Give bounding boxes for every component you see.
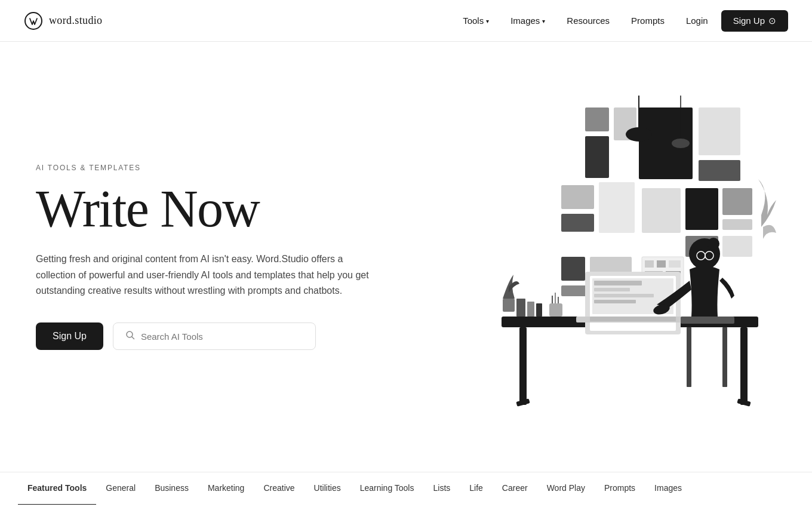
hero-illustration	[466, 96, 776, 418]
nav-tools[interactable]: Tools ▾	[454, 11, 497, 30]
hero-content: AI TOOLS & TEMPLATES Write Now Getting f…	[36, 164, 370, 351]
svg-rect-56	[740, 327, 748, 405]
search-icon	[125, 330, 135, 342]
svg-rect-36	[594, 288, 630, 291]
login-button[interactable]: Login	[678, 11, 716, 30]
svg-point-12	[672, 139, 690, 148]
category-item-general[interactable]: General	[96, 472, 145, 505]
svg-rect-37	[594, 294, 654, 297]
svg-rect-26	[645, 260, 654, 268]
category-item-utilities[interactable]: Utilities	[304, 472, 350, 505]
svg-rect-18	[722, 188, 752, 215]
svg-rect-48	[503, 299, 515, 312]
nav-prompts[interactable]: Prompts	[623, 11, 673, 30]
category-item-images[interactable]: Images	[645, 472, 691, 505]
hero-title: Write Now	[36, 184, 370, 234]
svg-rect-5	[699, 160, 740, 181]
svg-rect-60	[722, 327, 727, 387]
logo-icon	[24, 11, 43, 30]
category-bar: Featured ToolsGeneralBusinessMarketingCr…	[0, 472, 812, 505]
nav-signup-button[interactable]: Sign Up ⊙	[721, 10, 788, 32]
svg-rect-4	[699, 107, 740, 155]
svg-point-50	[708, 238, 719, 250]
category-item-business[interactable]: Business	[145, 472, 198, 505]
svg-rect-44	[549, 303, 562, 317]
signup-arrow-icon: ⊙	[768, 16, 776, 26]
svg-rect-61	[681, 317, 734, 324]
category-item-featured-tools[interactable]: Featured Tools	[18, 472, 96, 505]
category-item-word-play[interactable]: Word Play	[537, 472, 595, 505]
nav-resources[interactable]: Resources	[558, 11, 618, 30]
svg-rect-16	[642, 188, 681, 233]
hero-description: Getting fresh and original content from …	[36, 251, 370, 299]
svg-rect-19	[722, 219, 752, 230]
svg-rect-40	[590, 317, 676, 321]
svg-rect-43	[536, 303, 542, 317]
category-item-career[interactable]: Career	[493, 472, 537, 505]
category-item-learning-tools[interactable]: Learning Tools	[350, 472, 424, 505]
svg-rect-35	[594, 281, 642, 285]
logo-text: word.studio	[49, 14, 102, 27]
hero-svg	[466, 96, 776, 418]
svg-rect-15	[599, 182, 635, 233]
category-item-creative[interactable]: Creative	[254, 472, 304, 505]
navigation: word.studio Tools ▾ Images ▾ Resources P…	[0, 0, 812, 42]
svg-point-10	[626, 127, 652, 142]
svg-rect-42	[527, 302, 534, 317]
svg-rect-28	[669, 260, 681, 268]
hero-eyebrow: AI TOOLS & TEMPLATES	[36, 164, 370, 172]
category-item-life[interactable]: Life	[460, 472, 493, 505]
site-logo[interactable]: word.studio	[24, 11, 102, 30]
svg-line-2	[132, 337, 134, 339]
category-item-marketing[interactable]: Marketing	[198, 472, 254, 505]
svg-rect-22	[561, 257, 585, 281]
svg-rect-17	[685, 188, 718, 230]
svg-rect-21	[722, 236, 752, 257]
images-chevron-icon: ▾	[542, 18, 545, 24]
hero-actions: Sign Up	[36, 322, 370, 350]
search-input[interactable]	[141, 331, 303, 342]
svg-rect-14	[561, 214, 594, 232]
nav-links: Tools ▾ Images ▾ Resources Prompts Login…	[454, 10, 788, 32]
svg-rect-8	[585, 136, 609, 178]
search-bar[interactable]	[113, 322, 316, 350]
svg-rect-6	[585, 107, 609, 131]
hero-section: AI TOOLS & TEMPLATES Write Now Getting f…	[0, 42, 812, 472]
svg-rect-27	[657, 260, 666, 268]
category-item-prompts[interactable]: Prompts	[595, 472, 645, 505]
svg-rect-38	[594, 300, 636, 303]
tools-chevron-icon: ▾	[486, 18, 489, 24]
svg-rect-41	[516, 299, 525, 317]
svg-rect-13	[561, 185, 594, 209]
svg-rect-59	[687, 327, 691, 387]
category-item-lists[interactable]: Lists	[423, 472, 460, 505]
nav-images[interactable]: Images ▾	[502, 11, 553, 30]
svg-rect-55	[519, 327, 527, 405]
hero-signup-button[interactable]: Sign Up	[36, 322, 103, 350]
